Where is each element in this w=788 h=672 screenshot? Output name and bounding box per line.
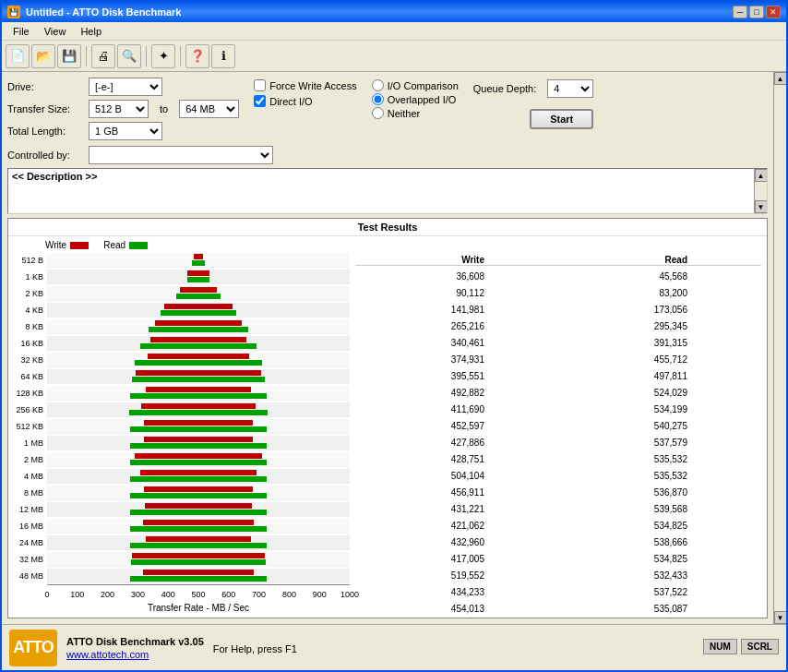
controlled-by-select[interactable] (89, 146, 273, 164)
read-value: 173,056 (632, 305, 687, 315)
total-length-label: Total Length: (7, 126, 81, 137)
direct-io-label[interactable]: Direct I/O (254, 95, 357, 107)
read-legend-label: Read (103, 240, 125, 250)
status-keys: NUM SCRL (703, 639, 779, 654)
write-value: 421,062 (429, 521, 484, 531)
chart-body: Write Read 512 B1 KB2 KB4 KB8 KB16 KB32 … (8, 236, 767, 618)
close-button[interactable]: ✕ (766, 6, 781, 18)
bar-area (47, 402, 350, 417)
read-value: 534,825 (632, 554, 687, 564)
write-bar (187, 270, 210, 276)
bar-area (47, 303, 350, 318)
read-value: 83,200 (632, 288, 687, 298)
chart-xlabel: Transfer Rate - MB / Sec (47, 603, 350, 616)
read-bar (187, 277, 209, 282)
chart-row: 512 KB (8, 418, 350, 435)
scroll-down-main[interactable]: ▼ (774, 611, 787, 624)
description-area: << Description >> ▲ ▼ (7, 168, 768, 214)
drive-select[interactable]: [-e-] [-c-] (89, 78, 162, 96)
read-bar (131, 559, 267, 565)
force-write-label[interactable]: Force Write Access (254, 79, 357, 91)
new-button[interactable]: 📄 (6, 44, 30, 68)
overlapped-io-radio[interactable] (372, 93, 384, 105)
overlapped-io-radio-label[interactable]: Overlapped I/O (372, 93, 459, 105)
chart-row: 128 KB (8, 385, 350, 402)
open-button[interactable]: 📂 (31, 44, 55, 68)
x-axis-label: 100 (70, 590, 84, 599)
scroll-up-button[interactable]: ▲ (755, 169, 768, 182)
save-button[interactable]: 💾 (57, 44, 81, 68)
io-comparison-radio-label[interactable]: I/O Comparison (372, 79, 459, 91)
start-button[interactable]: Start (530, 109, 593, 129)
drive-label: Drive: (7, 81, 81, 92)
description-header: << Description >> (12, 171, 763, 182)
row-label: 512 B (8, 256, 47, 265)
bar-area (47, 519, 350, 534)
force-write-checkbox[interactable] (254, 79, 266, 91)
chart-bars-section: Write Read 512 B1 KB2 KB4 KB8 KB16 KB32 … (8, 236, 350, 618)
menu-file[interactable]: File (6, 24, 37, 39)
transfer-to-select[interactable]: 64 MB 32 MB (179, 100, 239, 118)
table-row: 90,11283,200 (355, 284, 761, 301)
legend-read: Read (103, 240, 148, 250)
write-bar (155, 320, 242, 326)
table-row: 456,911536,870 (355, 484, 761, 500)
x-axis-label: 400 (161, 590, 175, 599)
print-preview-button[interactable]: 🔍 (117, 44, 141, 68)
io-comparison-radio[interactable] (372, 79, 384, 91)
help-button[interactable]: ❓ (185, 44, 209, 68)
read-value: 532,433 (632, 570, 687, 581)
queue-depth-row: Queue Depth: 4 1 2 8 (473, 79, 594, 98)
read-bar (176, 294, 221, 299)
read-bar (130, 460, 267, 465)
row-label: 2 MB (8, 455, 47, 464)
write-value: 504,104 (429, 471, 484, 481)
toolbar: 📄 📂 💾 🖨 🔍 ✦ ❓ ℹ (2, 41, 786, 72)
table-row: 36,60845,568 (355, 268, 761, 284)
row-label: 48 MB (8, 571, 47, 581)
read-bar (149, 327, 248, 332)
x-axis-label: 300 (131, 590, 145, 599)
chart-row: 4 KB (8, 302, 350, 318)
scroll-down-button[interactable]: ▼ (755, 200, 768, 213)
table-row: 395,551497,811 (355, 367, 761, 384)
menu-view[interactable]: View (37, 24, 74, 39)
read-bar (130, 576, 267, 582)
table-row: 432,960538,666 (355, 534, 761, 550)
write-bar (164, 304, 232, 309)
scroll-up-main[interactable]: ▲ (774, 72, 787, 85)
neither-radio[interactable] (372, 107, 384, 119)
minimize-button[interactable]: ─ (733, 6, 747, 18)
print-button[interactable]: 🖨 (91, 44, 115, 68)
help-text: For Help, press F1 (213, 643, 297, 654)
chart-row: 8 MB (8, 485, 350, 501)
chart-row: 2 KB (8, 285, 350, 302)
chart-row: 24 MB (8, 534, 350, 551)
neither-radio-label[interactable]: Neither (372, 107, 459, 119)
scrl-indicator: SCRL (741, 639, 779, 654)
row-label: 8 KB (8, 322, 47, 331)
direct-io-checkbox[interactable] (254, 95, 266, 107)
toolbar-separator-1 (86, 46, 87, 66)
table-row: 417,005534,825 (355, 550, 761, 567)
transfer-from-select[interactable]: 512 B 1 KB (89, 100, 149, 118)
about-button[interactable]: ℹ (211, 44, 235, 68)
menu-help[interactable]: Help (73, 24, 109, 39)
num-indicator: NUM (703, 639, 737, 654)
write-value: 456,911 (429, 487, 484, 498)
table-row: 431,221539,568 (355, 500, 761, 517)
write-bar (144, 437, 253, 442)
chart-row: 256 KB (8, 402, 350, 418)
row-label: 256 KB (8, 405, 47, 414)
website-link[interactable]: www.attotech.com (66, 649, 204, 660)
move-button[interactable]: ✦ (151, 44, 175, 68)
write-value: 141,981 (429, 305, 484, 315)
total-length-select[interactable]: 1 GB 512 MB (89, 122, 162, 140)
queue-depth-select[interactable]: 4 1 2 8 (547, 79, 593, 98)
chart-row-container: 512 B1 KB2 KB4 KB8 KB16 KB32 KB64 KB128 … (8, 252, 350, 584)
table-row: 427,886537,579 (355, 434, 761, 450)
drive-row: Drive: [-e-] [-c-] (7, 78, 239, 96)
maximize-button[interactable]: □ (749, 6, 764, 18)
row-label: 1 KB (8, 272, 47, 282)
table-row: 374,931455,712 (355, 351, 761, 367)
